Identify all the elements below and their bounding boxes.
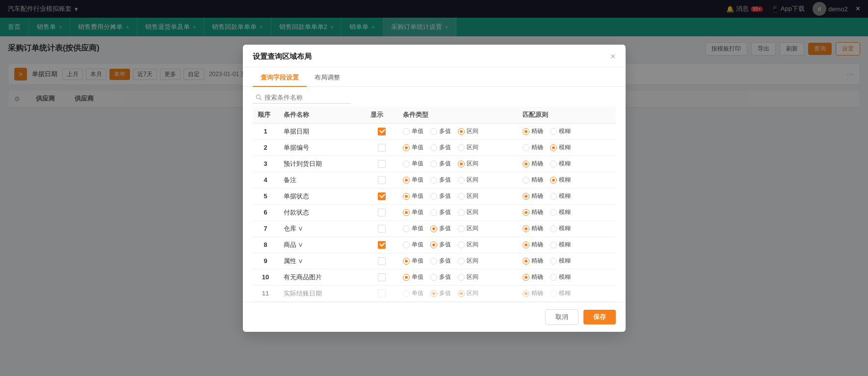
th-show: 显示 [366,107,398,114]
th-type: 条件类型 [398,107,518,114]
modal-title: 设置查询区域布局 [253,52,312,61]
th-name: 条件名称 [279,107,366,114]
modal-overlay: 设置查询区域布局 × 查询字段设置 布局调整 [0,0,868,114]
modal-tab-label-1: 布局调整 [315,74,340,81]
modal: 设置查询区域布局 × 查询字段设置 布局调整 [243,45,626,114]
modal-search-area [243,87,626,107]
th-match: 匹配原则 [518,107,615,114]
modal-tab-label-0: 查询字段设置 [261,74,299,81]
modal-tab-0[interactable]: 查询字段设置 [253,69,307,87]
modal-tabs: 查询字段设置 布局调整 [243,69,626,87]
search-input[interactable] [264,94,347,101]
modal-tab-1[interactable]: 布局调整 [307,69,348,87]
svg-line-1 [260,98,261,100]
search-icon [256,94,262,101]
search-box [253,92,351,104]
th-order: 顺序 [253,107,279,114]
modal-close-button[interactable]: × [610,52,616,62]
modal-table: 顺序 条件名称 显示 条件类型 匹配原则 1单据日期单值多值区间精确模糊2单据编… [253,107,616,114]
modal-table-wrap: 顺序 条件名称 显示 条件类型 匹配原则 1单据日期单值多值区间精确模糊2单据编… [243,107,626,114]
modal-header: 设置查询区域布局 × [243,45,626,67]
